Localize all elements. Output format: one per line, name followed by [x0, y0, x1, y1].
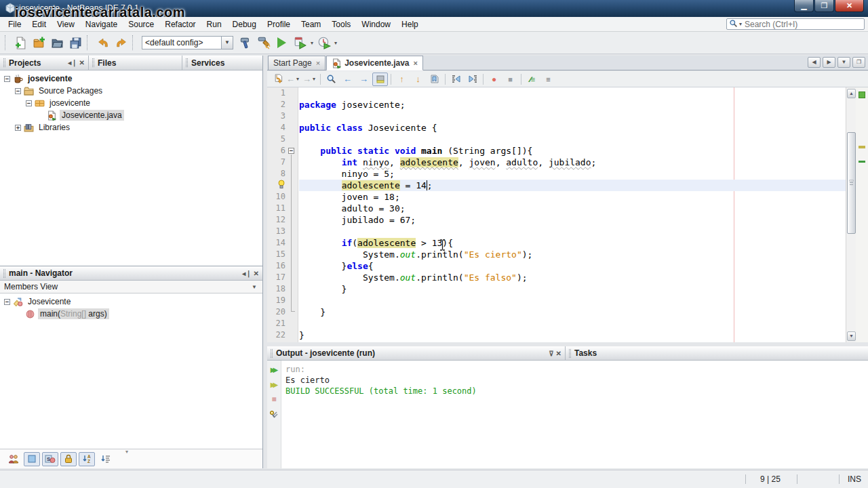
splitter-handle-icon[interactable]: ▾: [125, 449, 128, 455]
close-tab-icon[interactable]: ×: [414, 59, 418, 67]
code-line-12[interactable]: jubilado = 67;: [299, 214, 846, 226]
shift-left-button[interactable]: [448, 73, 464, 86]
tab-files[interactable]: Files: [89, 56, 182, 70]
code-line-6[interactable]: public static void main (String args[]){: [299, 145, 846, 157]
new-project-button[interactable]: [30, 34, 48, 52]
code-line-21[interactable]: [299, 318, 846, 329]
code-line-15[interactable]: System.out.println("Es cierto");: [299, 249, 846, 260]
rerun-with-args-button[interactable]: ▶▶: [269, 379, 280, 390]
tree-item-source-packages[interactable]: −Source Packages: [0, 85, 262, 97]
code-line-8[interactable]: ninyo = 5;: [299, 168, 846, 180]
code-line-7[interactable]: int ninyo, adolescente, joven, adulto, j…: [299, 157, 846, 168]
scrollbar-thumb[interactable]: [847, 132, 856, 234]
comment-button[interactable]: ∕∕≡: [524, 73, 540, 86]
code-fold-collapse-icon[interactable]: −: [288, 148, 294, 154]
code-line-9[interactable]: adolescente = 14;: [299, 180, 846, 191]
dock-minimize-icon[interactable]: ◂❘: [242, 270, 251, 277]
find-button[interactable]: [323, 73, 339, 86]
menu-window[interactable]: Window: [356, 18, 396, 31]
code-line-16[interactable]: }else{: [299, 260, 846, 272]
new-file-button[interactable]: [12, 34, 30, 52]
code-line-2[interactable]: package josevicente;: [299, 99, 846, 110]
menu-run[interactable]: Run: [201, 18, 227, 31]
menu-debug[interactable]: Debug: [227, 18, 262, 31]
find-next-button[interactable]: →: [356, 73, 372, 86]
save-all-button[interactable]: [66, 34, 85, 52]
code-lines[interactable]: package josevicente;public class Josevic…: [299, 87, 846, 341]
menu-team[interactable]: Team: [296, 18, 326, 31]
uncomment-button[interactable]: ≡: [540, 73, 556, 86]
menu-tools[interactable]: Tools: [326, 18, 356, 31]
collapse-icon[interactable]: −: [4, 76, 10, 82]
last-edit-location-button[interactable]: [269, 73, 285, 86]
toggle-bookmark-button[interactable]: [427, 73, 442, 86]
search-dropdown-icon[interactable]: ▾: [739, 21, 742, 27]
navigator-header[interactable]: main - Navigator ◂❘✕: [0, 266, 262, 281]
code-line-3[interactable]: [299, 110, 846, 122]
close-icon[interactable]: ✕: [79, 59, 85, 66]
menu-refactor[interactable]: Refactor: [159, 18, 201, 31]
hint-lightbulb-icon[interactable]: [267, 180, 288, 191]
code-line-10[interactable]: joven = 18;: [299, 191, 846, 203]
opened-documents-list-button[interactable]: ▼: [837, 57, 850, 68]
scroll-tabs-right-button[interactable]: ▶: [823, 57, 835, 68]
profile-project-button[interactable]: [315, 34, 333, 52]
code-line-20[interactable]: }: [299, 306, 846, 318]
dock-minimize-icon[interactable]: ◂❘: [68, 59, 77, 66]
debug-project-button[interactable]: [291, 34, 309, 52]
code-line-18[interactable]: }: [299, 283, 846, 295]
forward-button[interactable]: →▾: [302, 73, 317, 86]
output-console[interactable]: run:Es ciertoBUILD SUCCESSFUL (total tim…: [281, 361, 868, 468]
code-line-4[interactable]: public class Josevicente {: [299, 122, 846, 134]
code-line-13[interactable]: [299, 226, 846, 237]
show-fields-button[interactable]: [24, 452, 40, 466]
show-inherited-members-button[interactable]: [5, 452, 22, 466]
stop-run-button[interactable]: ■: [269, 394, 280, 405]
redo-button[interactable]: [112, 34, 130, 52]
tree-item-josevicente[interactable]: −josevicente: [0, 73, 262, 85]
code-line-5[interactable]: [299, 134, 846, 145]
collapse-icon[interactable]: −: [4, 299, 10, 305]
close-tab-icon[interactable]: ×: [316, 59, 320, 67]
shift-right-button[interactable]: [465, 73, 480, 86]
sort-by-source-button[interactable]: [97, 452, 113, 466]
config-dropdown-icon[interactable]: ▼: [222, 36, 233, 49]
menu-source[interactable]: Source: [123, 18, 159, 31]
config-combobox[interactable]: <default config> ▼: [142, 36, 233, 49]
find-previous-button[interactable]: ←: [340, 73, 355, 86]
code-line-19[interactable]: [299, 295, 846, 306]
tree-item-josevicente-java[interactable]: Josevicente.java: [0, 109, 262, 121]
toggle-highlight-search-button[interactable]: [372, 73, 388, 86]
code-line-14[interactable]: if(adolescente > 13){: [299, 237, 846, 249]
run-project-button[interactable]: [273, 34, 291, 52]
collapse-icon[interactable]: −: [15, 88, 21, 94]
scroll-up-button[interactable]: ▲: [847, 89, 856, 98]
code-line-22[interactable]: }: [299, 329, 846, 341]
undo-button[interactable]: [94, 34, 112, 52]
rerun-button[interactable]: ▶▶: [269, 364, 280, 375]
output-tab[interactable]: Output - josevicente (run) ⊽✕: [267, 346, 566, 361]
editor-tab-josevicente-java[interactable]: Josevicente.java×: [326, 56, 423, 70]
tree-item-libraries[interactable]: +Libraries: [0, 121, 262, 134]
warning-mark[interactable]: [859, 146, 865, 148]
tree-item-main-string-args[interactable]: main(String[] args): [0, 308, 262, 320]
clean-build-button[interactable]: [254, 34, 273, 52]
menu-edit[interactable]: Edit: [26, 18, 52, 31]
next-occurrence-button[interactable]: ↓: [410, 73, 426, 86]
show-static-members-button[interactable]: S: [42, 452, 58, 466]
quick-search[interactable]: ▾: [726, 18, 865, 30]
collapse-icon[interactable]: −: [26, 100, 32, 106]
menu-view[interactable]: View: [52, 18, 80, 31]
error-stripe[interactable]: [856, 87, 868, 342]
tab-services[interactable]: Services: [182, 56, 262, 70]
close-icon[interactable]: ✕: [556, 350, 561, 357]
code-line-17[interactable]: System.out.println("Es falso");: [299, 272, 846, 283]
stop-macro-recording-button[interactable]: ■: [502, 73, 518, 86]
build-project-button[interactable]: [236, 34, 254, 52]
maximize-button[interactable]: ❐: [814, 0, 834, 12]
profile-dropdown-icon[interactable]: ▾: [334, 40, 337, 46]
menu-navigate[interactable]: Navigate: [80, 18, 123, 31]
minimize-button[interactable]: ▁: [794, 0, 814, 12]
start-macro-recording-button[interactable]: ●: [486, 73, 502, 86]
debug-dropdown-icon[interactable]: ▾: [311, 40, 313, 46]
